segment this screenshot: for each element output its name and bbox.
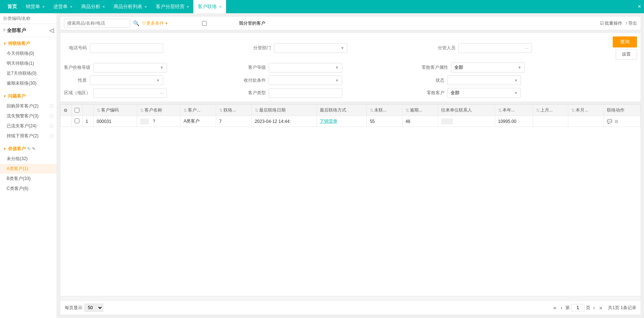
manager-label: 分管人员 (433, 45, 458, 51)
col-customer-name[interactable]: ⇅客户名称 (137, 105, 180, 116)
sort-icon-year: ⇅ (498, 108, 502, 113)
retail-customer-select[interactable]: 全部▼ (447, 88, 521, 98)
customer-type-input[interactable] (269, 88, 342, 98)
value-customers-arrow: ▼ (3, 147, 7, 151)
last-page-button[interactable]: » (598, 304, 604, 311)
value-edit-icon[interactable]: ✎ (32, 146, 35, 151)
status-select[interactable]: ▼ (447, 75, 521, 85)
col-last-month[interactable]: ⇅上月... (533, 105, 568, 116)
nature-select[interactable]: ▼ (90, 75, 163, 85)
cell-unit-contacts (438, 116, 495, 127)
problem-customers-title[interactable]: ▼ 问题客户 (0, 91, 57, 101)
col-contact-count[interactable]: ⇅联络... (216, 105, 252, 116)
close-analysis-list-tab[interactable]: × (144, 4, 147, 9)
pending-contact-title[interactable]: ▼ 待联络客户 (0, 39, 57, 49)
close-all-tabs[interactable]: × (638, 3, 641, 10)
main-content: 🔍 ▽ 更多条件 ▼ 我分管的客户 ☑ 批量操作 ↑ 导出 (57, 13, 644, 318)
nav-tab-analysis[interactable]: 商品分析 × (77, 0, 109, 13)
sidebar-item-repurchase-abnormal[interactable]: 回购异常客户(2) ⓘ (0, 101, 57, 111)
nav-tab-customer-contact[interactable]: 客户联络 × (193, 0, 226, 13)
close-analysis-tab[interactable]: × (103, 4, 105, 9)
all-customers-label[interactable]: 全部客户 (7, 27, 26, 34)
sidebar-collapse-icon[interactable]: ◁ (49, 27, 54, 34)
contact-method-link[interactable]: 下销货单 (320, 119, 337, 124)
cell-checkbox[interactable] (72, 116, 83, 127)
col-no-contact[interactable]: ⇅未联... (367, 105, 402, 116)
value-refresh-icon[interactable]: ↻ (27, 146, 31, 151)
manager-select[interactable]: ··· (458, 43, 532, 53)
value-customers-title[interactable]: ▼ 价值客户 ↻ ✎ (0, 144, 57, 154)
payment-select[interactable]: ▼ (269, 75, 342, 85)
cell-last-contact-method[interactable]: 下销货单 (316, 116, 367, 127)
prev-page-button[interactable]: ‹ (559, 304, 564, 311)
customer-type-label: 客户类型 (243, 90, 269, 96)
close-purchase-tab[interactable]: × (70, 4, 72, 9)
first-page-button[interactable]: « (552, 304, 558, 311)
col-settings[interactable]: ⚙ (61, 105, 72, 116)
col-checkbox[interactable] (72, 105, 83, 116)
col-unit-contacts[interactable]: 往来单位联系人 (438, 105, 495, 116)
more-filter-button[interactable]: ▽ 更多条件 ▼ (142, 20, 168, 26)
col-last-contact-date[interactable]: ⇅最后联络日期 (251, 105, 316, 116)
export-button[interactable]: ↑ 导出 (625, 20, 637, 26)
nav-tab-purchase[interactable]: 进货单 × (49, 0, 76, 13)
sidebar-item-overdue-contact[interactable]: 逾期未联络(30) (0, 78, 57, 88)
sidebar-search-input[interactable] (3, 16, 57, 21)
page-size-select[interactable]: 50 100 200 (85, 304, 103, 312)
cell-code: 000031 (94, 116, 137, 127)
page-number-input[interactable] (571, 304, 584, 311)
nav-tab-analysis-list[interactable]: 商品分析列表 × (109, 0, 151, 13)
main-layout: 🔍 ⠿ 全部客户 ◁ ▼ 待联络客户 今天待联络(0) 明天待联络(1) 近7天… (0, 13, 644, 318)
nav-home[interactable]: 首页 (3, 0, 21, 13)
col-last-contact-method[interactable]: 最后联络方式 (316, 105, 367, 116)
filter-sep-8 (418, 88, 418, 98)
qr-icon[interactable]: ⊞ (615, 119, 618, 124)
horizontal-scrollbar[interactable] (60, 296, 641, 300)
customer-level-select[interactable]: ▼ (269, 63, 342, 73)
dept-select[interactable]: ▼ (274, 43, 347, 53)
filter-department: 分管部门 ▼ (248, 43, 425, 53)
nav-tab-sales[interactable]: 销货单 × (21, 0, 49, 13)
phone-input[interactable] (90, 43, 163, 53)
row-checkbox[interactable] (75, 119, 79, 123)
col-this-month[interactable]: ⇅本月... (568, 105, 604, 116)
sidebar-item-today-contact[interactable]: 今天待联络(0) (0, 49, 57, 59)
settings-button[interactable]: 设置 (616, 49, 637, 60)
next-page-button[interactable]: › (592, 304, 597, 311)
sidebar-item-class-b[interactable]: B类客户(33) (0, 174, 57, 184)
close-sales-tab[interactable]: × (42, 4, 44, 9)
sidebar-all-customers-header: ⠿ 全部客户 ◁ (0, 24, 57, 37)
sidebar-item-tomorrow-contact[interactable]: 明天待联络(1) (0, 59, 57, 68)
settings-gear-icon[interactable]: ⚙ (64, 108, 68, 113)
sidebar-item-lost-customers[interactable]: 已流失客户(24) ⓘ (0, 121, 57, 131)
pagination: 每页显示 50 100 200 « ‹ 第 页 › » 共1页 1条记录 (60, 300, 641, 315)
sidebar-item-churn-warning[interactable]: 流失预警客户(3) ⓘ (0, 111, 57, 121)
col-index (83, 105, 94, 116)
sidebar-item-class-a[interactable]: A类客户(1) (0, 164, 57, 174)
sidebar-item-declining-customers[interactable]: 持续下滑客户(2) ⓘ (0, 131, 57, 141)
close-customer-contact-tab[interactable]: × (219, 4, 221, 9)
my-customers-check[interactable]: 我分管的客户 (171, 20, 265, 26)
sidebar-item-class-c[interactable]: C类客户(6) (0, 184, 57, 194)
query-button[interactable]: 查询 (613, 36, 637, 47)
nav-tab-customer-segment[interactable]: 客户分层经营 × (151, 0, 193, 13)
col-overdue[interactable]: ⇅逾期... (402, 105, 438, 116)
close-customer-segment-tab[interactable]: × (187, 4, 189, 9)
sidebar-item-7day-contact[interactable]: 近7天待联络(0) (0, 68, 57, 78)
retail-attr-select[interactable]: 全部▼ (451, 63, 525, 73)
region-select[interactable]: ··· (93, 88, 167, 98)
search-button[interactable]: 🔍 (133, 20, 139, 26)
batch-operation-button[interactable]: ☑ 批量操作 (600, 20, 622, 26)
select-all-checkbox[interactable] (75, 108, 79, 113)
table-header-row: ⚙ ⇅客户编码 ⇅客户名称 (61, 105, 641, 116)
sidebar-item-unclassified[interactable]: 未分组(32) (0, 154, 57, 164)
page-nav-area: « ‹ 第 页 › » 共1页 1条记录 (552, 304, 636, 311)
col-this-year[interactable]: ⇅本年... (495, 105, 533, 116)
search-input[interactable] (64, 19, 130, 28)
my-customers-checkbox[interactable] (171, 21, 237, 26)
col-customer-type[interactable]: ⇅客户... (180, 105, 216, 116)
sort-icon-overdue: ⇅ (405, 108, 409, 113)
price-level-select[interactable]: ▼ (93, 63, 167, 73)
col-customer-code[interactable]: ⇅客户编码 (94, 105, 137, 116)
chat-icon[interactable]: 💬 (607, 119, 612, 124)
